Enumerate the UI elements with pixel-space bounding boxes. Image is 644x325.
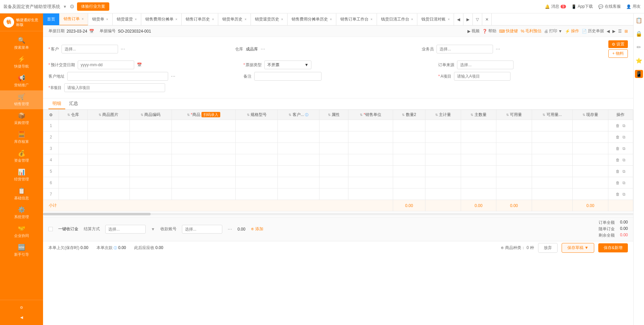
tab-close-sales-refund[interactable]: × [135, 17, 137, 21]
tab-close-order-history[interactable]: × [212, 17, 214, 21]
cell-customer-code-5[interactable] [278, 166, 319, 177]
cell-qty2-3[interactable] [393, 143, 425, 154]
right-panel-icon-4[interactable]: ⭐ [635, 56, 643, 65]
cell-main-unit-4[interactable] [425, 154, 461, 166]
delete-icon[interactable]: 🗑 [616, 158, 620, 162]
cell-avail-7[interactable] [496, 189, 532, 200]
cell-actions-6[interactable]: 🗑 ⧉ [608, 177, 633, 189]
tab-close-all-btn[interactable]: ✕ [482, 13, 492, 26]
sidebar-item-cooperation[interactable]: 🤝 企业协同 [0, 222, 43, 241]
account-dots[interactable]: ··· [228, 226, 232, 232]
sidebar-item-guide[interactable]: 🆕 新手引导 [0, 241, 43, 260]
save-draft-btn[interactable]: 保存草稿 ▼ [562, 243, 594, 253]
copy-icon[interactable]: ⧉ [622, 146, 626, 151]
delete-icon[interactable]: 🗑 [616, 180, 620, 185]
tab-next-btn[interactable]: ▶ [463, 13, 473, 26]
cell-product-3[interactable] [172, 143, 236, 154]
settlement-input[interactable] [105, 225, 146, 234]
th-warehouse[interactable]: ⇅ 仓库 [59, 110, 87, 120]
cell-avail2-6[interactable] [532, 177, 573, 189]
delete-icon[interactable]: 🗑 [616, 123, 620, 128]
cell-customer-code-2[interactable] [278, 131, 319, 143]
cell-spec-5[interactable] [236, 166, 278, 177]
th-main-unit[interactable]: ⇅ 主计量 [425, 110, 461, 120]
cell-code-7[interactable] [129, 189, 172, 200]
tab-close-return-history[interactable]: × [244, 17, 247, 21]
tab-return-history[interactable]: 销货单历史 × [218, 13, 251, 26]
cell-main-unit-5[interactable] [425, 166, 461, 177]
sidebar-item-operations[interactable]: 📊 经营管理 [0, 166, 43, 185]
cell-avail-2[interactable] [496, 131, 532, 143]
save-new-btn[interactable]: 保存&新增 [598, 243, 628, 252]
cell-spec-2[interactable] [236, 131, 278, 143]
order-source-input[interactable] [457, 60, 514, 69]
th-product-code[interactable]: ⇅ 商品编码 [129, 110, 172, 120]
sidebar-item-marketing[interactable]: 📢 营销推广 [0, 72, 43, 90]
tab-close-fee-history[interactable]: × [330, 17, 332, 21]
cell-image-5[interactable] [87, 166, 129, 177]
list-view-btn[interactable]: ☰ [618, 29, 622, 34]
th-stock[interactable]: ⇅ 现存量 [573, 110, 608, 120]
cell-qty2-5[interactable] [393, 166, 425, 177]
cell-unit-4[interactable] [348, 154, 393, 166]
cell-unit-2[interactable] [348, 131, 393, 143]
sidebar-item-inventory[interactable]: 🧮 库存核算 [0, 128, 43, 147]
cell-image-1[interactable] [87, 120, 129, 131]
cell-stock-7[interactable] [573, 189, 608, 200]
preview-btn[interactable]: ▶ 视频 [467, 28, 480, 34]
th-available[interactable]: ⇅ 可用量 [496, 110, 532, 120]
cell-attr-1[interactable] [319, 120, 348, 131]
form-prev-btn[interactable]: ◀ [607, 29, 610, 34]
staff-input[interactable] [437, 45, 493, 53]
cell-avail-1[interactable] [496, 120, 532, 131]
cell-code-1[interactable] [129, 120, 172, 131]
cell-actions-4[interactable]: 🗑 ⧉ [608, 154, 633, 166]
cell-spec-7[interactable] [236, 189, 278, 200]
tab-close-sales-order[interactable]: × [82, 17, 84, 21]
tab-order-history[interactable]: 销售订单历史 × [182, 13, 218, 26]
cell-warehouse-4[interactable] [59, 154, 87, 166]
profit-estimate-btn[interactable]: % 毛利预估 [521, 28, 541, 34]
cell-warehouse-3[interactable] [59, 143, 87, 154]
th-sales-unit[interactable]: ⇅ *销售单位 [348, 110, 393, 120]
b-project-input[interactable] [64, 83, 165, 92]
tab-prev-btn[interactable]: ◀ [454, 13, 463, 26]
cell-code-4[interactable] [129, 154, 172, 166]
copy-icon[interactable]: ⧉ [622, 180, 626, 185]
cell-spec-4[interactable] [236, 154, 278, 166]
cell-product-6[interactable] [172, 177, 236, 189]
th-spec[interactable]: ⇅ 规格型号 [236, 110, 278, 120]
cell-avail2-4[interactable] [532, 154, 573, 166]
right-panel-icon-2[interactable]: 🔒 [635, 30, 643, 38]
cell-stock-2[interactable] [573, 131, 608, 143]
cell-avail2-3[interactable] [532, 143, 573, 154]
calendar-icon[interactable]: 📅 [89, 29, 94, 34]
tab-close-refund-history[interactable]: × [281, 17, 283, 21]
copy-icon[interactable]: ⧉ [622, 123, 626, 128]
cell-spec-1[interactable] [236, 120, 278, 131]
cell-actions-1[interactable]: 🗑 ⧉ [608, 120, 633, 131]
address-dots[interactable]: ··· [171, 73, 175, 79]
cell-product-7[interactable] [172, 189, 236, 200]
cell-spec-6[interactable] [236, 177, 278, 189]
cell-warehouse-7[interactable] [59, 189, 87, 200]
sidebar-item-sales[interactable]: 🛒 销售管理 [0, 90, 43, 109]
cell-avail-6[interactable] [496, 177, 532, 189]
cell-avail-5[interactable] [496, 166, 532, 177]
shortcut-btn[interactable]: ⌨ 快捷键 [499, 28, 518, 34]
right-panel-icon-5[interactable]: 📱 [635, 70, 643, 78]
cell-product-1[interactable] [172, 120, 236, 131]
print-btn[interactable]: 🖨 打印 ▼ [544, 28, 562, 34]
cell-unit-7[interactable] [348, 189, 393, 200]
app-download-btn[interactable]: 📱 App下载 [571, 4, 593, 9]
cell-main-qty-2[interactable] [461, 131, 496, 143]
online-service-btn[interactable]: 💬 在线客服 [598, 4, 621, 9]
delivery-date-input[interactable] [78, 60, 134, 69]
tab-home[interactable]: 首页 [43, 13, 60, 26]
copy-icon[interactable]: ⧉ [622, 169, 626, 174]
cell-stock-1[interactable] [573, 120, 608, 131]
cell-avail2-2[interactable] [532, 131, 573, 143]
cell-image-7[interactable] [87, 189, 129, 200]
user-btn[interactable]: 👤 用友 [626, 4, 641, 9]
cell-main-qty-3[interactable] [461, 143, 496, 154]
